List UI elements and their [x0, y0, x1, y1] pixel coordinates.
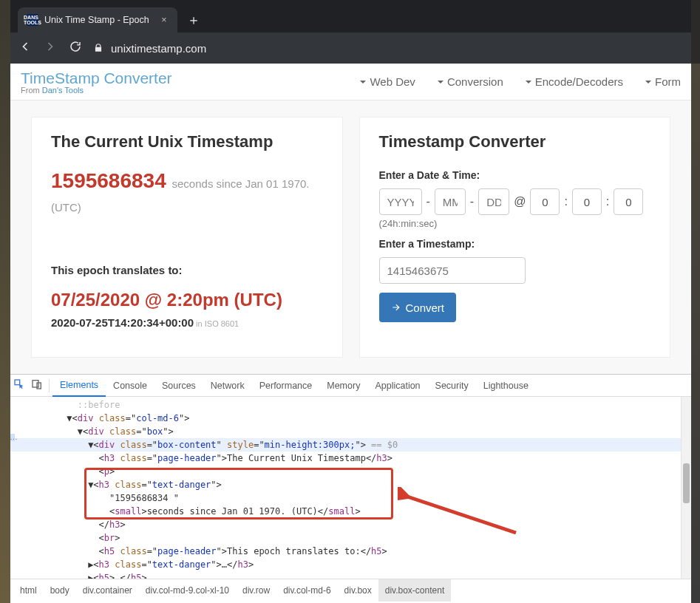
- timestamp-input[interactable]: [379, 257, 526, 284]
- converter-heading: Timestamp Converter: [379, 132, 651, 151]
- scrollbar[interactable]: [681, 397, 691, 579]
- device-icon[interactable]: [28, 378, 46, 392]
- year-input[interactable]: [379, 188, 422, 215]
- translated-date: 07/25/2020 @ 2:20pm (UTC): [51, 290, 323, 310]
- current-timestamp-card: The Current Unix Timestamp 1595686834 se…: [31, 117, 343, 358]
- caret-down-icon: [526, 81, 531, 86]
- crumb[interactable]: div.col-md-9.col-xl-10: [139, 579, 236, 602]
- crumb[interactable]: div.row: [236, 579, 276, 602]
- browser-tab[interactable]: DANSTOOLS Unix Time Stamp - Epoch ×: [18, 7, 177, 33]
- time-hint: (24h:min:sec): [379, 218, 651, 229]
- svg-rect-0: [15, 380, 20, 385]
- caret-down-icon: [360, 81, 366, 86]
- crumb[interactable]: html: [13, 579, 44, 602]
- favicon: DANSTOOLS: [27, 14, 38, 26]
- page-heading: The Current Unix Timestamp: [51, 132, 323, 151]
- tab-bar: DANSTOOLS Unix Time Stamp - Epoch × ＋: [10, 0, 691, 33]
- second-input[interactable]: [614, 188, 643, 215]
- date-label: Enter a Date & Time:: [379, 169, 651, 181]
- devtools-tab-sources[interactable]: Sources: [154, 375, 203, 397]
- month-input[interactable]: [435, 188, 466, 215]
- devtools-tab-application[interactable]: Application: [367, 375, 427, 397]
- devtools-tab-lighthouse[interactable]: Lighthouse: [476, 375, 536, 397]
- caret-down-icon: [645, 81, 651, 86]
- site-nav: TimeStamp Converter From Dan's Tools Web…: [10, 64, 691, 100]
- day-input[interactable]: [478, 188, 509, 215]
- crumb[interactable]: div.col-md-6: [276, 579, 337, 602]
- timestamp-label: Enter a Timestamp:: [379, 238, 651, 250]
- nav-conversion[interactable]: Conversion: [438, 75, 503, 88]
- minute-input[interactable]: [572, 188, 602, 215]
- address-field[interactable]: unixtimestamp.com: [93, 42, 684, 55]
- crumb[interactable]: body: [44, 579, 76, 602]
- dom-breadcrumbs: html body div.container div.col-md-9.col…: [10, 579, 691, 601]
- brand-title[interactable]: TimeStamp Converter: [21, 69, 172, 87]
- nav-form[interactable]: Form: [645, 75, 681, 88]
- devtools-tab-performance[interactable]: Performance: [252, 375, 320, 397]
- devtools-tab-memory[interactable]: Memory: [319, 375, 367, 397]
- converter-card: Timestamp Converter Enter a Date & Time:…: [359, 117, 671, 358]
- iso-date: 2020-07-25T14:20:34+00:00 in ISO 8601: [51, 316, 323, 329]
- devtools-tab-elements[interactable]: Elements: [52, 375, 106, 397]
- crumb[interactable]: div.box-content: [378, 579, 452, 602]
- nav-web-dev[interactable]: Web Dev: [360, 75, 415, 88]
- reload-button[interactable]: [68, 40, 83, 57]
- url-text: unixtimestamp.com: [111, 42, 206, 55]
- devtools-tab-security[interactable]: Security: [428, 375, 476, 397]
- translates-label: This epoch translates to:: [51, 264, 323, 276]
- crumb[interactable]: div.box: [338, 579, 378, 602]
- lock-icon: [93, 43, 103, 53]
- dom-tree[interactable]: ::before ▼<div class="col-md-6"> ▼<div c…: [10, 397, 681, 579]
- current-timestamp: 1595686834 seconds since Jan 01 1970. (U…: [51, 169, 323, 217]
- convert-button[interactable]: Convert: [379, 293, 457, 322]
- hour-input[interactable]: [530, 188, 560, 215]
- new-tab-button[interactable]: ＋: [183, 10, 204, 30]
- gutter-marker: [10, 434, 15, 441]
- devtools-panel: Elements Console Sources Network Perform…: [10, 374, 691, 603]
- arrow-right-icon: [391, 302, 401, 313]
- devtools-tab-network[interactable]: Network: [203, 375, 252, 397]
- tab-title: Unix Time Stamp - Epoch: [44, 15, 152, 25]
- nav-encode[interactable]: Encode/Decoders: [526, 75, 623, 88]
- forward-button[interactable]: [43, 39, 58, 58]
- devtools-tab-console[interactable]: Console: [106, 375, 154, 397]
- page-content: The Current Unix Timestamp 1595686834 se…: [10, 100, 691, 374]
- svg-rect-1: [33, 381, 38, 387]
- back-button[interactable]: [18, 39, 33, 58]
- crumb[interactable]: div.container: [76, 579, 139, 602]
- inspect-icon[interactable]: [10, 378, 28, 392]
- caret-down-icon: [438, 81, 444, 86]
- scrollbar-thumb[interactable]: [683, 463, 690, 503]
- address-bar: unixtimestamp.com: [10, 33, 691, 64]
- close-icon[interactable]: ×: [158, 15, 170, 25]
